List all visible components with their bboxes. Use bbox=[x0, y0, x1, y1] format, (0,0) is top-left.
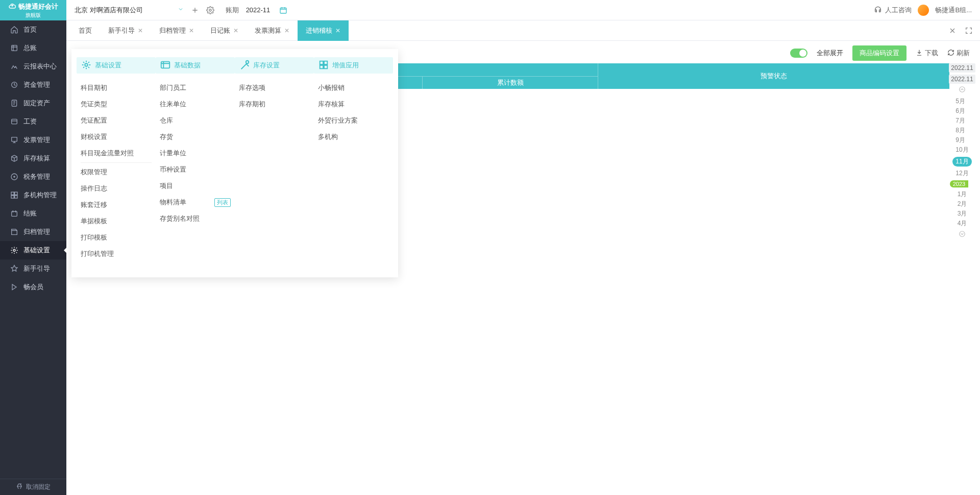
nav-item-8[interactable]: 税务管理 bbox=[0, 168, 66, 186]
mega-item-0-5[interactable]: 权限管理 bbox=[77, 164, 156, 180]
mega-head-1: 基础数据 bbox=[156, 57, 235, 74]
fullscreen-button[interactable] bbox=[964, 26, 974, 36]
nav-icon bbox=[10, 209, 18, 218]
support-link[interactable]: 人工咨询 bbox=[874, 5, 912, 15]
tab-3[interactable]: 日记账✕ bbox=[202, 20, 247, 41]
nav-icon bbox=[10, 246, 18, 254]
timeline-year-top1[interactable]: 2022.11 bbox=[949, 63, 975, 73]
svg-point-16 bbox=[85, 63, 88, 66]
mega-item-1-6[interactable]: 项目 bbox=[156, 178, 235, 194]
close-icon[interactable]: ✕ bbox=[138, 27, 143, 34]
mega-item-3-3[interactable]: 多机构 bbox=[314, 129, 393, 145]
mega-item-1-1[interactable]: 往来单位 bbox=[156, 96, 235, 112]
refresh-button[interactable]: 刷新 bbox=[947, 49, 970, 58]
nav-item-1[interactable]: 总账 bbox=[0, 39, 66, 57]
sidebar-pin-toggle[interactable]: 取消固定 bbox=[0, 479, 66, 495]
timeline-month-n2[interactable]: 3月 bbox=[958, 209, 967, 219]
mega-item-0-9[interactable]: 打印模板 bbox=[77, 229, 156, 246]
timeline-year-top2[interactable]: 2022.11 bbox=[949, 75, 975, 84]
timeline-year-badge: 2023 bbox=[950, 180, 968, 187]
timeline-month-b5[interactable]: 10月 bbox=[955, 145, 968, 155]
code-settings-button[interactable]: 商品编码设置 bbox=[852, 45, 906, 61]
expand-all-switch[interactable] bbox=[790, 49, 807, 58]
tab-0[interactable]: 首页 bbox=[70, 20, 100, 41]
calendar-icon[interactable] bbox=[279, 6, 287, 14]
mega-item-1-0[interactable]: 部门员工 bbox=[156, 80, 235, 96]
nav-item-12[interactable]: 基础设置 bbox=[0, 241, 66, 260]
mega-item-1-5[interactable]: 币种设置 bbox=[156, 161, 235, 178]
nav-item-0[interactable]: 首页 bbox=[0, 20, 66, 39]
th-cumulative: 累计数额 bbox=[423, 77, 598, 89]
nav-icon bbox=[10, 81, 18, 89]
mega-item-1-3[interactable]: 存货 bbox=[156, 129, 235, 145]
mega-item-0-10[interactable]: 打印机管理 bbox=[77, 246, 156, 262]
mega-item-0-8[interactable]: 单据模板 bbox=[77, 213, 156, 229]
mega-item-0-0[interactable]: 科目期初 bbox=[77, 80, 156, 96]
user-name[interactable]: 畅捷通B组... bbox=[935, 6, 972, 15]
timeline-month-b2[interactable]: 7月 bbox=[955, 116, 968, 126]
mega-item-0-1[interactable]: 凭证类型 bbox=[77, 96, 156, 112]
mega-head-3: 增值应用 bbox=[314, 57, 393, 74]
brand-logo[interactable]: 畅捷通好会计 旗舰版 bbox=[0, 0, 66, 20]
close-icon[interactable]: ✕ bbox=[189, 27, 194, 34]
close-icon[interactable]: ✕ bbox=[284, 27, 289, 34]
mega-item-3-0[interactable]: 小畅报销 bbox=[314, 80, 393, 96]
timeline-month-b4[interactable]: 9月 bbox=[955, 135, 968, 145]
nav-item-6[interactable]: 发票管理 bbox=[0, 131, 66, 149]
close-all-tabs-button[interactable] bbox=[947, 26, 958, 36]
tab-1[interactable]: 新手引导✕ bbox=[100, 20, 151, 41]
mega-item-1-8[interactable]: 存货别名对照 bbox=[156, 210, 235, 227]
nav-item-10[interactable]: 结账 bbox=[0, 204, 66, 223]
add-company-button[interactable] bbox=[191, 6, 199, 14]
svg-point-12 bbox=[209, 9, 211, 11]
tab-2[interactable]: 归档管理✕ bbox=[151, 20, 202, 41]
company-settings-button[interactable] bbox=[206, 6, 214, 14]
tab-4[interactable]: 发票测算✕ bbox=[247, 20, 298, 41]
mega-item-3-1[interactable]: 库存核算 bbox=[314, 96, 393, 112]
nav-icon bbox=[10, 99, 18, 107]
timeline-month-b1[interactable]: 6月 bbox=[955, 106, 968, 116]
close-icon[interactable]: ✕ bbox=[335, 27, 340, 34]
mega-item-1-2[interactable]: 仓库 bbox=[156, 112, 235, 129]
mega-item-0-4[interactable]: 科目现金流量对照 bbox=[77, 145, 156, 161]
svg-rect-0 bbox=[12, 45, 17, 51]
mega-item-3-2[interactable]: 外贸行业方案 bbox=[314, 112, 393, 129]
nav-item-4[interactable]: 固定资产 bbox=[0, 94, 66, 112]
tab-5[interactable]: 进销稽核✕ bbox=[298, 20, 349, 41]
nav-item-13[interactable]: 新手引导 bbox=[0, 260, 66, 278]
svg-point-18 bbox=[246, 60, 249, 63]
mega-item-1-7[interactable]: 物料清单列表 bbox=[156, 194, 235, 210]
nav-item-11[interactable]: 归档管理 bbox=[0, 223, 66, 241]
nav-item-5[interactable]: 工资 bbox=[0, 112, 66, 131]
download-button[interactable]: 下载 bbox=[916, 49, 938, 58]
nav-item-9[interactable]: 多机构管理 bbox=[0, 186, 66, 204]
mega-item-0-6[interactable]: 操作日志 bbox=[77, 180, 156, 197]
nav-item-2[interactable]: 云报表中心 bbox=[0, 57, 66, 76]
mega-item-0-7[interactable]: 账套迁移 bbox=[77, 197, 156, 213]
timeline-down-icon[interactable] bbox=[959, 230, 966, 239]
timeline-month-b3[interactable]: 8月 bbox=[955, 126, 968, 135]
nav-item-14[interactable]: 畅会员 bbox=[0, 278, 66, 296]
topbar: 北京 对啊酒店有限公司 账期 2022-11 人工咨询 畅捷通B组... bbox=[66, 0, 980, 20]
avatar[interactable] bbox=[918, 5, 929, 16]
timeline-month-active[interactable]: 11月 bbox=[952, 157, 971, 167]
mega-item-2-1[interactable]: 库存期初 bbox=[235, 96, 314, 112]
nav-item-3[interactable]: 资金管理 bbox=[0, 76, 66, 94]
timeline-month-n1[interactable]: 2月 bbox=[958, 199, 967, 209]
company-selector[interactable]: 北京 对啊酒店有限公司 bbox=[75, 6, 184, 15]
brand-name: 畅捷通好会计 bbox=[18, 2, 58, 11]
timeline-month-a0[interactable]: 12月 bbox=[955, 169, 968, 178]
timeline-month-b0[interactable]: 5月 bbox=[955, 97, 968, 106]
mega-item-0-2[interactable]: 凭证配置 bbox=[77, 112, 156, 129]
nav-icon bbox=[10, 136, 18, 144]
pin-icon bbox=[16, 483, 23, 491]
timeline-month-n3[interactable]: 4月 bbox=[958, 219, 967, 228]
timeline-up-icon[interactable] bbox=[959, 86, 966, 95]
nav-item-7[interactable]: 库存核算 bbox=[0, 149, 66, 168]
close-icon[interactable]: ✕ bbox=[233, 27, 238, 34]
mega-item-0-3[interactable]: 财税设置 bbox=[77, 129, 156, 145]
mega-item-1-4[interactable]: 计量单位 bbox=[156, 145, 235, 161]
mega-item-2-0[interactable]: 库存选项 bbox=[235, 80, 314, 96]
period-value[interactable]: 2022-11 bbox=[246, 6, 271, 14]
timeline-month-n0[interactable]: 1月 bbox=[958, 190, 967, 199]
